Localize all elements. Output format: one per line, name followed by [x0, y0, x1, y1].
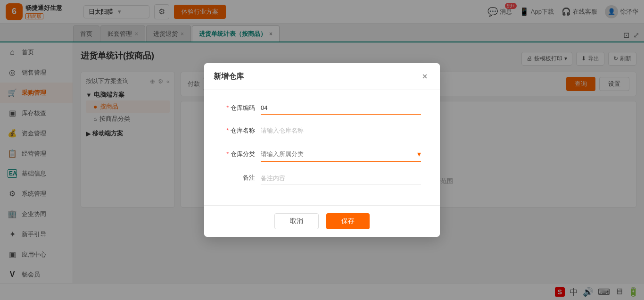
warehouse-name-row: 仓库名称 [223, 124, 421, 137]
category-dropdown-icon: ▾ [417, 150, 421, 158]
notes-input[interactable] [261, 171, 421, 184]
warehouse-name-label: 仓库名称 [223, 126, 261, 135]
notes-label: 备注 [223, 174, 261, 182]
warehouse-category-select[interactable]: ▾ [261, 147, 421, 162]
warehouse-code-row: 仓库编码 [223, 101, 421, 115]
warehouse-category-row: 仓库分类 ▾ [223, 147, 421, 162]
modal-body: 仓库编码 仓库名称 仓库分类 ▾ 备注 [204, 90, 440, 205]
modal-title: 新增仓库 [214, 72, 244, 82]
modal-header: 新增仓库 × [204, 63, 440, 90]
add-warehouse-modal: 新增仓库 × 仓库编码 仓库名称 仓库分类 ▾ [204, 63, 440, 237]
warehouse-code-input[interactable] [261, 101, 421, 115]
warehouse-code-label: 仓库编码 [223, 104, 261, 112]
save-button[interactable]: 保存 [326, 213, 370, 229]
cancel-button[interactable]: 取消 [274, 213, 319, 229]
modal-close-button[interactable]: × [419, 71, 430, 82]
modal-overlay: 新增仓库 × 仓库编码 仓库名称 仓库分类 ▾ [0, 0, 644, 300]
notes-row: 备注 [223, 171, 421, 184]
warehouse-category-label: 仓库分类 [223, 150, 261, 158]
modal-footer: 取消 保存 [204, 205, 440, 237]
warehouse-name-input[interactable] [261, 124, 421, 137]
warehouse-category-input[interactable] [261, 150, 417, 158]
